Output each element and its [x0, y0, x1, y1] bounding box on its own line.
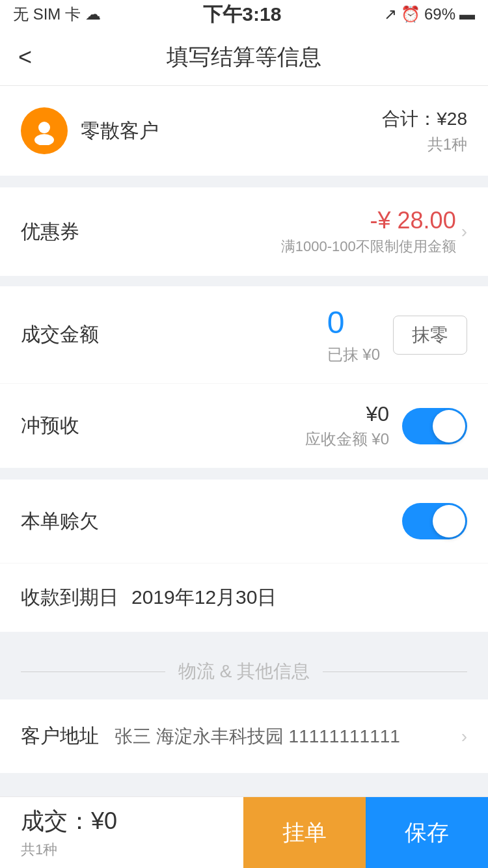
debt-toggle[interactable]: [402, 503, 467, 539]
customer-right: 合计：¥28 共1种: [382, 107, 467, 155]
chevron-right-icon: ›: [461, 221, 467, 242]
amount-sub: 已抹 ¥0: [327, 344, 380, 365]
amount-value: 0: [327, 305, 380, 340]
status-time: 下午3:18: [203, 1, 281, 28]
sim-status: 无 SIM 卡 ☁: [13, 4, 101, 25]
amount-right: 0 已抹 ¥0 抹零: [327, 305, 467, 365]
debt-label: 本单赊欠: [21, 508, 99, 535]
amount-label: 成交金额: [21, 321, 99, 348]
customer-count: 共1种: [382, 134, 467, 155]
divider-1: [0, 177, 488, 187]
nav-bar: < 填写结算等信息: [0, 29, 488, 86]
bottom-info: 成交：¥0 共1种: [0, 806, 243, 860]
content: 零散客户 合计：¥28 共1种 优惠券 -¥ 28.00 满1000-100不限…: [0, 86, 488, 851]
debt-toggle-knob: [433, 505, 465, 537]
bottom-deal: 成交：¥0: [21, 806, 223, 837]
alarm-icon: ⏰: [401, 5, 420, 23]
logistics-section: 物流 & 其他信息: [0, 644, 488, 699]
svg-point-0: [38, 122, 50, 133]
amount-row: 成交金额 0 已抹 ¥0 抹零: [21, 305, 467, 365]
amount-value-block: 0 已抹 ¥0: [327, 305, 380, 365]
status-right: ↗ ⏰ 69% ▬: [384, 5, 475, 23]
coupon-label: 优惠券: [21, 219, 79, 245]
bottom-bar: 成交：¥0 共1种 挂单 保存: [0, 796, 488, 868]
coupon-right: -¥ 28.00 满1000-100不限制使用金额 ›: [281, 207, 467, 256]
address-value: 张三 海淀永丰科技园 11111111111: [115, 724, 461, 749]
customer-section: 零散客户 合计：¥28 共1种: [0, 86, 488, 176]
customer-name: 零散客户: [81, 118, 159, 144]
logistics-line-left: [21, 671, 165, 672]
coupon-desc: 满1000-100不限制使用金额: [281, 237, 456, 256]
battery-level: 69%: [424, 5, 455, 23]
address-section[interactable]: 客户地址 张三 海淀永丰科技园 11111111111 ›: [0, 699, 488, 773]
toggle-knob: [433, 410, 465, 442]
pending-button[interactable]: 挂单: [243, 797, 366, 869]
address-label: 客户地址: [21, 723, 99, 750]
save-button[interactable]: 保存: [366, 797, 488, 869]
bottom-count: 共1种: [21, 840, 223, 860]
duedate-row: 收款到期日 2019年12月30日: [21, 584, 467, 611]
divider-2: [0, 276, 488, 286]
svg-point-1: [34, 134, 54, 145]
divider-3: [0, 468, 488, 478]
status-bar: 无 SIM 卡 ☁ 下午3:18 ↗ ⏰ 69% ▬: [0, 0, 488, 29]
customer-total: 合计：¥28: [382, 107, 467, 131]
customer-avatar: [21, 107, 68, 154]
logistics-line-right: [323, 671, 467, 672]
page-title: 填写结算等信息: [167, 42, 321, 72]
status-left: 无 SIM 卡 ☁: [13, 4, 101, 25]
user-icon: [30, 116, 59, 145]
logistics-text: 物流 & 其他信息: [178, 659, 310, 684]
customer-left: 零散客户: [21, 107, 159, 154]
amount-section: 成交金额 0 已抹 ¥0 抹零: [0, 286, 488, 383]
prepay-section: 冲预收 ¥0 应收金额 ¥0: [0, 383, 488, 468]
coupon-section[interactable]: 优惠券 -¥ 28.00 满1000-100不限制使用金额 ›: [0, 187, 488, 276]
prepay-right: ¥0 应收金额 ¥0: [305, 402, 467, 450]
prepay-label: 冲预收: [21, 413, 79, 439]
coupon-value: -¥ 28.00: [281, 207, 456, 234]
prepay-toggle[interactable]: [402, 408, 467, 444]
prepay-value-block: ¥0 应收金额 ¥0: [305, 402, 389, 450]
duedate-label: 收款到期日: [21, 584, 118, 611]
bottom-deal-value: ¥0: [91, 807, 117, 834]
round-zero-button[interactable]: 抹零: [393, 316, 467, 355]
back-button[interactable]: <: [18, 44, 32, 71]
duedate-section: 收款到期日 2019年12月30日: [0, 563, 488, 632]
coupon-value-block: -¥ 28.00 满1000-100不限制使用金额: [281, 207, 456, 256]
battery-icon: ▬: [459, 5, 475, 23]
divider-4: [0, 632, 488, 642]
address-chevron-icon: ›: [461, 726, 467, 747]
prepay-sub: 应收金额 ¥0: [305, 429, 389, 450]
bottom-deal-label: 成交：: [21, 807, 91, 834]
debt-section: 本单赊欠: [0, 480, 488, 563]
duedate-value: 2019年12月30日: [131, 584, 277, 611]
prepay-amount: ¥0: [305, 402, 389, 426]
location-icon: ↗: [384, 5, 397, 23]
